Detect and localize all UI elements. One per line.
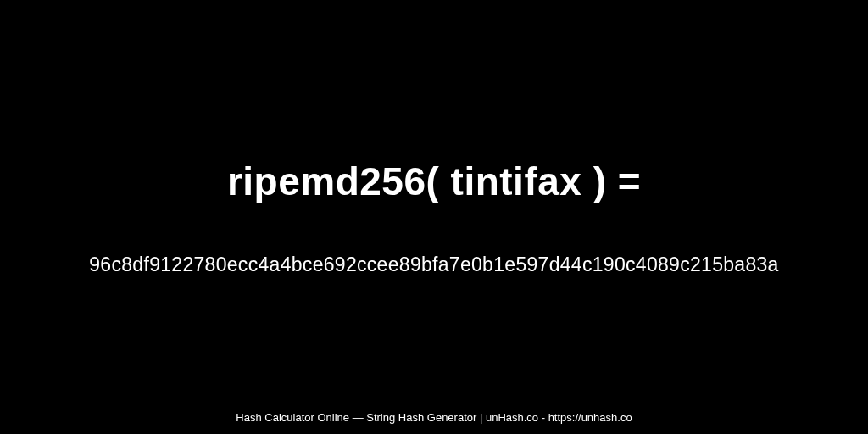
hash-output-value: 96c8df9122780ecc4a4bce692ccee89bfa7e0b1e… xyxy=(89,253,778,276)
footer-attribution: Hash Calculator Online — String Hash Gen… xyxy=(0,411,868,424)
hash-expression-title: ripemd256( tintifax ) = xyxy=(227,159,641,204)
main-content: ripemd256( tintifax ) = 96c8df9122780ecc… xyxy=(0,0,868,434)
